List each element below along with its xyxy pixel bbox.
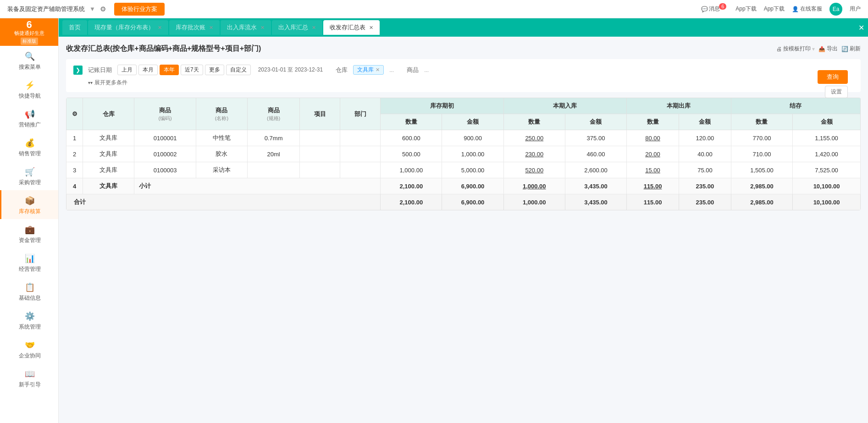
cell-spec: 20ml: [248, 146, 300, 162]
sidebar-item-operation[interactable]: 📊经营管理: [0, 248, 58, 277]
query-button[interactable]: 查询: [818, 70, 848, 84]
warehouse-tag-remove[interactable]: ✕: [376, 67, 380, 73]
sidebar-icon-system: ⚙️: [25, 311, 35, 321]
sidebar-label-basic: 基础信息: [19, 294, 41, 302]
footer-out-qty: 115.00: [627, 194, 679, 210]
goods-more[interactable]: ...: [424, 67, 429, 73]
date-btn-custom[interactable]: 自定义: [226, 65, 251, 75]
sidebar-icon-marketing: 📢: [25, 109, 35, 119]
date-btn-7days[interactable]: 近7天: [181, 65, 203, 75]
subtotal-in-qty[interactable]: 1,000.00: [503, 178, 565, 194]
date-btn-this-year[interactable]: 本年: [160, 65, 179, 75]
col-in-amt: 金额: [565, 114, 626, 130]
set-button[interactable]: 设置: [825, 86, 848, 98]
sidebar-label-inventory: 库存核算: [19, 208, 41, 215]
online-support-link[interactable]: 👤 在线客服: [792, 5, 822, 13]
sidebar-item-guide[interactable]: 📖新手引导: [0, 363, 58, 392]
date-btn-more[interactable]: 更多: [205, 65, 224, 75]
sidebar-item-finance[interactable]: 💼资金管理: [0, 219, 58, 248]
col-settings-icon[interactable]: ⚙: [66, 98, 83, 130]
refresh-button[interactable]: 🔄 刷新: [841, 45, 861, 53]
cell-out-qty[interactable]: 15.00: [627, 162, 679, 178]
sidebar-item-basic[interactable]: 📋基础信息: [0, 277, 58, 306]
warehouse-filter-label: 仓库: [336, 66, 348, 74]
subtotal-label: 小计: [134, 178, 381, 194]
cell-close-amt: 1,155.00: [793, 130, 861, 146]
sidebar-label-search: 搜索菜单: [19, 63, 41, 71]
subtotal-in-amt: 3,435.00: [565, 178, 626, 194]
sidebar-label-marketing: 营销推广: [19, 121, 41, 129]
settings-icon[interactable]: ⚙: [100, 5, 106, 13]
tab-2[interactable]: 库存批次账✕: [169, 20, 220, 35]
cell-open-amt: 900.00: [442, 130, 503, 146]
cell-in-qty[interactable]: 520.00: [503, 162, 565, 178]
date-range-display: 2023-01-01 至 2023-12-31: [258, 66, 323, 74]
export-button[interactable]: 📤 导出: [818, 45, 838, 53]
sidebar-item-quick[interactable]: ⚡快捷导航: [0, 75, 58, 104]
footer-in-amt: 3,435.00: [565, 194, 626, 210]
tab-0[interactable]: 首页: [62, 20, 87, 35]
sidebar-item-system[interactable]: ⚙️系统管理: [0, 306, 58, 335]
cell-out-qty[interactable]: 20.00: [627, 146, 679, 162]
user-avatar[interactable]: Ea: [829, 3, 842, 16]
tab-4[interactable]: 出入库汇总✕: [272, 20, 322, 35]
tab-close-3[interactable]: ✕: [260, 25, 265, 31]
cell-close-qty: 770.00: [731, 130, 792, 146]
col-out: 本期出库: [627, 98, 731, 114]
system-dropdown-icon[interactable]: ▼: [89, 5, 95, 12]
cell-close-amt: 7,525.00: [793, 162, 861, 178]
sidebar-item-marketing[interactable]: 📢营销推广: [0, 104, 58, 132]
filter-expand-arrow[interactable]: ❯: [73, 66, 83, 75]
sidebar-item-inventory[interactable]: 📦库存核算: [0, 190, 58, 219]
date-btn-last-month[interactable]: 上月: [117, 65, 137, 75]
footer-close-qty: 2,985.00: [731, 194, 792, 210]
tab-bar: 首页现存量（库存分布表）✕库存批次账✕出入库流水✕出入库汇总✕收发存汇总表✕ ✕: [59, 18, 868, 37]
sidebar-icon-purchase: 🛒: [25, 167, 35, 177]
tab-close-4[interactable]: ✕: [312, 25, 316, 31]
footer-in-qty: 1,000.00: [503, 194, 565, 210]
tab-label-4: 出入库汇总: [278, 23, 308, 32]
col-opening: 库存期初: [381, 98, 503, 114]
app-download-link[interactable]: App下载: [735, 5, 756, 13]
message-icon[interactable]: 💬 消息 6: [701, 5, 728, 13]
tab-label-2: 库存批次账: [176, 23, 205, 32]
tab-bar-close-icon[interactable]: ✕: [858, 23, 864, 32]
cell-open-qty: 1,000.00: [381, 162, 442, 178]
col-closing: 结存: [731, 98, 860, 114]
tab-close-2[interactable]: ✕: [209, 25, 213, 31]
page-content: 收发存汇总表(按仓库+商品编码+商品+规格型号+项目+部门) 🖨 按模板打印 ▾…: [59, 37, 868, 423]
cell-warehouse: 文具库: [83, 130, 134, 146]
cell-spec: 0.7mm: [248, 130, 300, 146]
sidebar-item-sales[interactable]: 💰销售管理: [0, 132, 58, 161]
cell-code: 0100003: [134, 162, 196, 178]
cell-project: [300, 130, 340, 146]
subtotal-out-qty[interactable]: 115.00: [627, 178, 679, 194]
table-row: 2 文具库 0100002 胶水 20ml 500.00 1,000.00 23…: [66, 146, 861, 162]
tab-close-1[interactable]: ✕: [158, 25, 162, 31]
tab-1[interactable]: 现存量（库存分布表）✕: [88, 20, 168, 35]
cell-in-qty[interactable]: 250.00: [503, 130, 565, 146]
cell-in-amt: 2,600.00: [565, 162, 626, 178]
content-area: 首页现存量（库存分布表）✕库存批次账✕出入库流水✕出入库汇总✕收发存汇总表✕ ✕…: [59, 18, 868, 423]
message-label: 消息: [709, 5, 720, 13]
filter-actions: 查询 设置: [818, 70, 848, 98]
cell-no: 3: [66, 162, 83, 178]
sidebar-item-search[interactable]: 🔍搜索菜单: [0, 46, 58, 75]
cell-out-qty[interactable]: 80.00: [627, 130, 679, 146]
cell-project: [300, 162, 340, 178]
sidebar-item-purchase[interactable]: 🛒采购管理: [0, 161, 58, 190]
tab-close-5[interactable]: ✕: [369, 25, 373, 31]
trial-button[interactable]: 体验行业方案: [114, 3, 165, 16]
app-download-label: App下载: [764, 5, 785, 13]
warehouse-more[interactable]: ...: [389, 67, 394, 73]
sidebar-label-quick: 快捷导航: [19, 92, 41, 100]
date-btn-this-month[interactable]: 本月: [138, 65, 158, 75]
logo-number: 6: [26, 20, 32, 30]
print-button[interactable]: 🖨 按模板打印 ▾: [776, 45, 815, 53]
sidebar-item-corp[interactable]: 🤝企业协同: [0, 335, 58, 363]
tab-label-1: 现存量（库存分布表）: [94, 23, 154, 32]
tab-5[interactable]: 收发存汇总表✕: [323, 20, 380, 35]
tab-3[interactable]: 出入库流水✕: [221, 20, 271, 35]
expand-more-btn[interactable]: ▾▾ 展开更多条件: [88, 79, 853, 87]
cell-in-qty[interactable]: 230.00: [503, 146, 565, 162]
